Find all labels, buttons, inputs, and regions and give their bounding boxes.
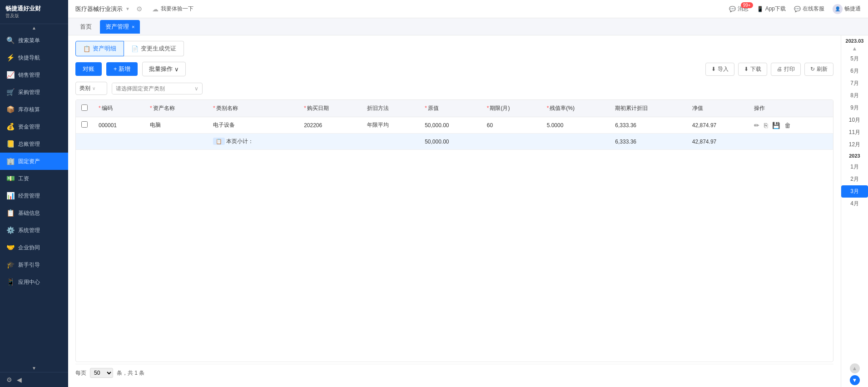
cell-residual-rate: 5.0000 <box>541 117 610 134</box>
subtotal-row: 📋 本页小计： 50,000.00 6,333.36 42,874.97 <box>76 134 833 150</box>
month-item-9[interactable]: 9月 <box>841 102 868 114</box>
panel-bottom-down-btn[interactable]: ▼ <box>850 375 860 385</box>
content-area: 📋 资产明细 📄 变更生成凭证 对账 + 新增 批量操作 ∨ ⬇ <box>68 35 868 387</box>
sidebar-item-salary[interactable]: 💵 工资 <box>0 170 68 187</box>
print-label: 打印 <box>784 65 795 73</box>
panel-bottom-up-btn[interactable]: ▲ <box>850 363 860 373</box>
app-download-icon: 📱 <box>757 6 764 12</box>
add-button[interactable]: + 新增 <box>106 62 138 76</box>
sidebar-item-enterprise[interactable]: 🤝 企业协同 <box>0 239 68 256</box>
sub-tab-change-voucher[interactable]: 📄 变更生成凭证 <box>124 41 184 56</box>
sidebar-item-label: 企业协同 <box>18 244 40 252</box>
sidebar-item-label: 销售管理 <box>18 71 40 79</box>
reconcile-button[interactable]: 对账 <box>75 62 102 76</box>
experience-button[interactable]: ☁ 我要体验一下 <box>152 5 193 13</box>
cell-actions: ✏ ⎘ 💾 🗑 <box>749 117 833 134</box>
print-button[interactable]: 🖨 打印 <box>771 63 801 76</box>
sidebar-item-quick-nav[interactable]: ⚡ 快捷导航 <box>0 49 68 66</box>
month-item-11[interactable]: 11月 <box>841 126 868 139</box>
sidebar-scroll-up[interactable]: ▲ <box>0 24 68 32</box>
sidebar-item-label: 搜索菜单 <box>18 37 40 45</box>
tab-asset-management[interactable]: 资产管理 × <box>100 20 140 34</box>
message-button[interactable]: 💬 消息 99+ <box>729 5 749 13</box>
panel-up-arrow[interactable]: ▲ <box>852 45 858 53</box>
asset-detail-icon: 📋 <box>83 45 90 52</box>
system-icon: ⚙️ <box>6 226 15 234</box>
sidebar-item-fixed-assets[interactable]: 🏢 固定资产 <box>0 153 68 170</box>
cloud-icon: ☁ <box>152 5 159 13</box>
cell-net-value: 42,874.97 <box>687 117 749 134</box>
month-item-8[interactable]: 8月 <box>841 89 868 102</box>
tab-close-icon[interactable]: × <box>132 24 134 30</box>
import-button[interactable]: ⬇ 导入 <box>705 63 734 76</box>
month-item-4[interactable]: 4月 <box>841 198 868 210</box>
refresh-label: 刷新 <box>817 65 828 73</box>
settings-icon[interactable]: ⚙ <box>6 376 12 383</box>
row-checkbox-cell <box>76 117 93 134</box>
month-item-6[interactable]: 6月 <box>841 65 868 77</box>
input-arrow-icon[interactable]: ∨ <box>191 83 202 94</box>
sub-tab-asset-detail-label: 资产明细 <box>93 45 116 53</box>
sidebar-item-system[interactable]: ⚙️ 系统管理 <box>0 222 68 239</box>
month-item-10[interactable]: 10月 <box>841 114 868 126</box>
edit-icon[interactable]: ✏ <box>754 122 759 129</box>
collapse-icon[interactable]: ◀ <box>17 376 22 383</box>
subtotal-label: 本页小计： <box>226 138 253 144</box>
sidebar-item-operations[interactable]: 📊 经营管理 <box>0 187 68 204</box>
sidebar-item-inventory[interactable]: 📦 库存核算 <box>0 101 68 118</box>
tab-home[interactable]: 首页 <box>74 20 97 34</box>
sidebar-item-purchase[interactable]: 🛒 采购管理 <box>0 84 68 101</box>
month-item-1[interactable]: 1月 <box>841 161 868 173</box>
delete-icon[interactable]: 🗑 <box>784 122 791 129</box>
guide-icon: 🎓 <box>6 261 15 269</box>
app-download-button[interactable]: 📱 App下载 <box>757 5 786 13</box>
batch-button[interactable]: 批量操作 ∨ <box>142 62 186 76</box>
subtotal-initial-accum: 6,333.36 <box>610 134 687 150</box>
sidebar: 畅捷通好业财 普及版 ▲ 🔍 搜索菜单 ⚡ 快捷导航 📈 销售管理 🛒 采购管理… <box>0 0 68 387</box>
download-label: 下载 <box>750 65 761 73</box>
month-item-12[interactable]: 12月 <box>841 139 868 151</box>
sidebar-item-app-center[interactable]: 📱 应用中心 <box>0 273 68 291</box>
download-button[interactable]: ⬇ 下载 <box>738 63 767 76</box>
refresh-button[interactable]: ↻ 刷新 <box>804 63 833 76</box>
subtotal-net-value: 42,874.97 <box>687 134 749 150</box>
toolbar: 对账 + 新增 批量操作 ∨ ⬇ 导入 ⬇ 下载 🖨 <box>75 62 833 76</box>
online-service-button[interactable]: 💬 在线客服 <box>794 5 824 13</box>
sub-tab-asset-detail[interactable]: 📋 资产明细 <box>75 41 124 56</box>
company-gear-icon[interactable]: ⚙ <box>136 5 142 13</box>
save-icon[interactable]: 💾 <box>772 122 780 129</box>
month-item-3-current[interactable]: 3月 <box>841 185 868 198</box>
row-checkbox[interactable] <box>81 121 88 128</box>
sidebar-menu: 🔍 搜索菜单 ⚡ 快捷导航 📈 销售管理 🛒 采购管理 📦 库存核算 💰 资金管… <box>0 32 68 364</box>
per-page-select[interactable]: 50 10 20 100 <box>90 368 113 378</box>
sidebar-item-fund[interactable]: 💰 资金管理 <box>0 118 68 135</box>
company-name: 医疗器械行业演示 <box>75 5 123 13</box>
month-item-7[interactable]: 7月 <box>841 77 868 89</box>
sidebar-item-label: 快捷导航 <box>18 54 40 62</box>
sidebar-item-label: 库存核算 <box>18 106 40 114</box>
sidebar-item-search[interactable]: 🔍 搜索菜单 <box>0 32 68 49</box>
topbar: 医疗器械行业演示 ▼ ⚙ ☁ 我要体验一下 💬 消息 99+ 📱 App下载 💬… <box>68 0 868 18</box>
month-item-5[interactable]: 5月 <box>841 53 868 65</box>
select-all-checkbox[interactable] <box>81 104 88 111</box>
sidebar-item-basic-info[interactable]: 📋 基础信息 <box>0 204 68 222</box>
sidebar-item-label: 固定资产 <box>18 158 40 165</box>
toolbar-right: ⬇ 导入 ⬇ 下载 🖨 打印 ↻ 刷新 <box>705 63 833 76</box>
sidebar-item-guide[interactable]: 🎓 新手引导 <box>0 256 68 273</box>
company-selector[interactable]: 医疗器械行业演示 ▼ <box>75 5 130 13</box>
category-select[interactable]: 类别 ∨ <box>75 82 107 95</box>
sidebar-item-sales[interactable]: 📈 销售管理 <box>0 66 68 84</box>
copy-icon[interactable]: ⎘ <box>764 122 768 129</box>
month-list: 5月 6月 7月 8月 9月 10月 11月 12月 2023 1月 2月 3月… <box>841 53 868 210</box>
sidebar-item-ledger[interactable]: 📒 总账管理 <box>0 135 68 153</box>
per-page-label: 每页 <box>75 369 86 377</box>
month-item-2[interactable]: 2月 <box>841 173 868 185</box>
category-input[interactable] <box>112 83 191 94</box>
header-initial-accum: 期初累计折旧 <box>610 100 687 117</box>
logo-sub: 普及版 <box>5 13 63 19</box>
cell-purchase-date: 202206 <box>298 117 362 134</box>
sidebar-scroll-down[interactable]: ▼ <box>0 364 68 372</box>
purchase-icon: 🛒 <box>6 88 15 96</box>
enterprise-icon: 🤝 <box>6 243 15 252</box>
user-button[interactable]: 👤 畅捷通 <box>833 4 861 14</box>
